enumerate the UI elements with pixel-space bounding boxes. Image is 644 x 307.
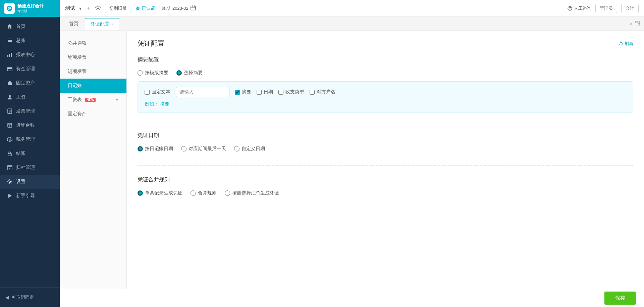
checkbox-income-type[interactable]: 收支类型 [278,89,304,95]
tab-close-icon[interactable]: × [111,22,114,27]
svg-rect-7 [9,54,10,57]
merge-section-title: 凭证合并规则 [138,176,633,183]
cancel-fixed-icon: ◀ [5,295,9,300]
fixed-text-input[interactable] [176,87,229,97]
summary-example: 例如： 摘要 [145,101,626,107]
sidebar-item-close[interactable]: 结账 [0,146,60,161]
date-section: 凭证日期 按日记账日期 对应期间最后一天 自定义日期 [138,132,633,166]
calendar-icon[interactable] [191,5,196,11]
content-sidebar: 公共选项 销项发票 进项发票 日记账 工资表 NEW ∨ [60,31,127,289]
checkbox-counterpart-input[interactable] [310,90,315,95]
topbar-settings-icon[interactable] [95,5,101,12]
checkbox-fixed-text[interactable]: 固定文本 [145,89,170,95]
sidebar-item-reports[interactable]: 报表中心 [0,48,60,62]
sidebar-item-guide[interactable]: 新手引导 [0,189,60,203]
checkbox-date[interactable]: 日期 [257,89,273,95]
page-title: 凭证配置 [138,39,164,48]
radio-period-last-input[interactable] [181,146,186,151]
svg-point-27 [9,181,11,183]
radio-custom-date[interactable]: 自定义日期 [234,146,265,152]
save-btn[interactable]: 保存 [604,292,636,305]
svg-rect-31 [191,6,196,10]
topbar: 测试 ▾ ＋ 切到旧版 已认证 账期 2023-02 人工咨询 管理员 会计 [60,0,644,17]
consult-label: 人工咨询 [574,5,591,11]
svg-rect-5 [8,43,10,43]
sidebar-item-tax[interactable]: 税 税务管理 [0,132,60,146]
radio-select-summary[interactable]: 选择摘要 [176,70,203,76]
svg-marker-30 [136,6,140,11]
sidebar-item-settings[interactable]: 设置 [0,175,60,189]
checkbox-summary[interactable]: 摘要 [235,89,251,95]
sidebar-item-home[interactable]: 首页 [0,19,60,34]
svg-rect-3 [8,40,12,41]
content-scroll-area: 公共选项 销项发票 进项发票 日记账 工资表 NEW ∨ [60,31,644,307]
cancel-fixed-btn[interactable]: ◀ ◀ 取消固定 [0,291,60,304]
window-expand-btn[interactable] [635,21,640,27]
close-accounts-icon [7,150,13,157]
summary-section: 摘要配置 按模版摘要 选择摘要 [138,56,633,121]
radio-merge-rule[interactable]: 合并规则 [191,190,217,196]
summary-config-row: 固定文本 摘要 日期 [145,87,626,97]
sidebar-fixed-assets[interactable]: 固定资产 [60,107,126,121]
switch-old-version-btn[interactable]: 切到旧版 [105,4,131,13]
sidebar-item-funds[interactable]: 资金管理 [0,62,60,76]
radio-single-record[interactable]: 单条记录生成凭证 [138,190,182,196]
radio-journal-date-input[interactable] [138,146,143,151]
radio-select-merge-label: 按照选择汇总生成凭证 [232,190,279,196]
radio-merge-rule-label: 合并规则 [198,190,217,196]
window-close-btn[interactable]: × [630,21,633,27]
sidebar-item-invoice[interactable]: 发票管理 [0,104,60,118]
tab-voucher-config[interactable]: 凭证配置 × [85,18,119,30]
consult-btn[interactable]: 人工咨询 [567,5,591,11]
reports-icon [7,52,13,58]
checkbox-date-input[interactable] [257,90,262,95]
checkbox-income-type-input[interactable] [278,90,283,95]
sidebar: 好 畅捷通好会计 专业版 首页 总账 报表中心 [0,0,60,307]
sidebar-item-salary[interactable]: 工资 [0,90,60,104]
summary-config-box: 固定文本 摘要 日期 [138,81,633,113]
content: 公共选项 销项发票 进项发票 日记账 工资表 NEW ∨ [60,31,644,289]
settings-icon [7,179,13,185]
radio-journal-date[interactable]: 按日记账日期 [138,146,173,152]
radio-custom-date-input[interactable] [234,146,239,151]
period-value: 2023-02 [172,6,189,11]
svg-rect-18 [8,123,12,127]
window-controls: × [630,21,640,27]
refresh-btn[interactable]: 刷新 [619,41,633,47]
radio-select-merge-input[interactable] [225,190,230,196]
home-icon [7,24,13,30]
radio-single-input[interactable] [138,190,143,196]
svg-rect-23 [8,154,11,156]
sidebar-item-sales[interactable]: 进销台账 [0,118,60,132]
admin-btn[interactable]: 管理员 [595,4,617,13]
sidebar-purchase-invoice[interactable]: 进项发票 [60,64,126,79]
sidebar-nav: 首页 总账 报表中心 资金管理 固定资产 [0,17,60,287]
checkbox-counterpart[interactable]: 对方户名 [310,89,335,95]
radio-select-input[interactable] [176,70,182,76]
sidebar-journal[interactable]: 日记账 [60,79,126,93]
radio-select-merge[interactable]: 按照选择汇总生成凭证 [225,190,279,196]
sidebar-item-ledger[interactable]: 总账 [0,34,60,48]
add-company-icon[interactable]: ＋ [86,5,91,12]
salary-icon [7,94,13,100]
sidebar-public[interactable]: 公共选项 [60,36,126,50]
tab-home[interactable]: 首页 [64,18,84,30]
radio-merge-rule-input[interactable] [191,190,196,196]
period-info: 账期 2023-02 [162,5,196,11]
checkbox-summary-input[interactable] [235,90,240,95]
radio-template-summary[interactable]: 按模版摘要 [138,70,168,76]
svg-rect-8 [11,53,12,57]
svg-marker-12 [7,81,12,83]
sidebar-sales-invoice[interactable]: 销项发票 [60,50,126,64]
company-dropdown-icon[interactable]: ▾ [79,6,82,11]
svg-rect-4 [8,41,12,42]
sidebar-item-assets[interactable]: 固定资产 [0,76,60,90]
accountant-btn[interactable]: 会计 [621,4,639,13]
sidebar-item-archive[interactable]: 归档管理 [0,161,60,175]
radio-template-input[interactable] [138,70,143,76]
sidebar-payroll[interactable]: 工资表 NEW ∨ [60,93,126,107]
logo-subtitle: 专业版 [17,9,44,13]
checkbox-fixed-text-input[interactable] [145,90,150,95]
radio-period-last[interactable]: 对应期间最后一天 [181,146,226,152]
guide-icon [7,193,13,199]
